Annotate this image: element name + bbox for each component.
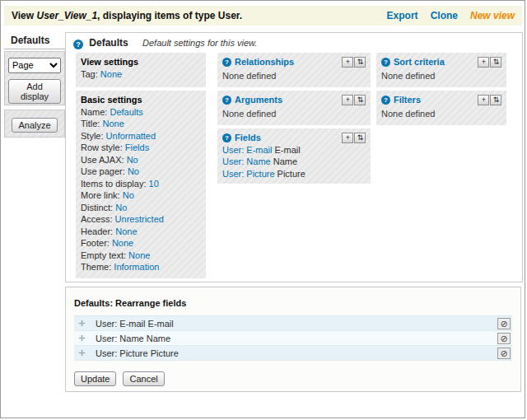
rearrange-relationships-button[interactable]: ⇅	[354, 57, 366, 68]
view-action-links: Export Clone New view	[387, 10, 515, 21]
view-summary-bar: View User_View_1, displaying items of ty…	[4, 6, 522, 26]
theme-setting-link[interactable]: Information	[114, 262, 159, 272]
use-ajax-setting-link[interactable]: No	[127, 155, 138, 165]
sort-criteria-empty-text: None defined	[381, 70, 501, 82]
remove-field-icon[interactable]: ⊘	[497, 333, 511, 344]
fields-box: ? Fields + ⇅ User: E-mailE-mail User: Na…	[217, 128, 371, 184]
rearrange-row-user-picture[interactable]: ✛ User: Picture Picture ⊘	[74, 346, 512, 361]
add-sort-button[interactable]: +	[478, 57, 489, 68]
rearrange-arguments-button[interactable]: ⇅	[354, 95, 366, 105]
filters-box: ? Filters + ⇅ None defined	[376, 91, 506, 125]
access-setting-link[interactable]: Unrestricted	[115, 214, 164, 224]
setting-row: Tag: None	[81, 68, 201, 81]
name-setting-link[interactable]: Defaults	[110, 107, 142, 117]
rearrange-row-user-name[interactable]: ✛ User: Name Name ⊘	[74, 331, 512, 346]
header-setting-link[interactable]: None	[115, 226, 137, 236]
export-link[interactable]: Export	[387, 10, 418, 21]
clone-link[interactable]: Clone	[431, 10, 458, 21]
add-display-button[interactable]: Add display	[8, 79, 61, 104]
setting-row: Access: Unrestricted	[81, 213, 201, 226]
display-settings-panel: ? Defaults Default settings for this vie…	[65, 32, 523, 282]
distinct-setting-link[interactable]: No	[115, 203, 127, 212]
arguments-box: ? Arguments + ⇅ None defined	[217, 91, 371, 125]
filters-empty-text: None defined	[381, 108, 501, 120]
setting-row: Footer: None	[81, 237, 201, 250]
field-item: User: NameName	[222, 156, 366, 168]
setting-row: More link: No	[81, 189, 201, 202]
basic-settings-box: Basic settings Name: Defaults Title: Non…	[76, 91, 206, 278]
title-setting-link[interactable]: None	[103, 119, 124, 128]
view-settings-title: View settings	[81, 56, 201, 68]
help-icon[interactable]: ?	[73, 40, 83, 49]
rearrange-fields-button[interactable]: ⇅	[354, 133, 366, 143]
new-view-link[interactable]: New view	[470, 10, 515, 21]
relationships-box: ? Relationships + ⇅ None defined	[217, 53, 371, 87]
display-title: Defaults	[89, 37, 128, 49]
setting-row: Title: None	[81, 118, 201, 130]
rearrange-sorts-button[interactable]: ⇅	[490, 57, 501, 68]
tag-setting-link[interactable]: None	[100, 69, 122, 79]
filters-link[interactable]: Filters	[394, 94, 474, 106]
sort-criteria-link[interactable]: Sort criteria	[394, 56, 474, 68]
setting-row: Distinct: No	[81, 202, 201, 214]
add-field-button[interactable]: +	[342, 133, 353, 143]
setting-row: Row style: Fields	[81, 142, 201, 154]
arguments-empty-text: None defined	[222, 108, 366, 120]
help-icon[interactable]: ?	[222, 133, 231, 142]
setting-row: Empty text: None	[81, 250, 201, 262]
add-relationship-button[interactable]: +	[342, 57, 353, 68]
drag-handle-icon[interactable]: ✛	[78, 334, 88, 343]
help-icon[interactable]: ?	[381, 58, 390, 67]
views-ui-page: View User_View_1, displaying items of ty…	[0, 0, 525, 418]
remove-field-icon[interactable]: ⊘	[497, 318, 511, 329]
help-icon[interactable]: ?	[222, 58, 231, 67]
add-display-box: Page Add display	[4, 51, 65, 105]
relationships-link[interactable]: Relationships	[235, 56, 338, 68]
sort-criteria-box: ? Sort criteria + ⇅ None defined	[376, 53, 506, 87]
footer-setting-link[interactable]: None	[112, 238, 133, 248]
setting-row: Use pager: No	[81, 166, 201, 178]
field-user-email-link[interactable]: User: E-mail	[222, 145, 273, 155]
setting-row: Items to display: 10	[81, 178, 201, 190]
field-item: User: E-mailE-mail	[222, 144, 366, 156]
style-setting-link[interactable]: Unformatted	[106, 131, 156, 141]
update-button[interactable]: Update	[74, 371, 116, 386]
help-icon[interactable]: ?	[222, 96, 231, 105]
rearrange-fields-table: ✛ User: E-mail E-mail ⊘ ✛ User: Name Nam…	[74, 315, 512, 361]
help-icon[interactable]: ?	[381, 96, 390, 105]
view-summary-prefix: View	[12, 10, 34, 21]
setting-row: Style: Unformatted	[81, 130, 201, 142]
rearrange-filters-button[interactable]: ⇅	[490, 95, 501, 105]
more-link-setting-link[interactable]: No	[123, 190, 134, 200]
fields-link[interactable]: Fields	[235, 132, 338, 144]
display-header: ? Defaults Default settings for this vie…	[66, 33, 522, 54]
arguments-link[interactable]: Arguments	[235, 94, 338, 106]
display-description: Default settings for this view.	[142, 38, 257, 48]
empty-text-setting-link[interactable]: None	[128, 250, 150, 260]
field-user-name-link[interactable]: User: Name	[222, 156, 271, 166]
tab-defaults[interactable]: Defaults	[4, 32, 65, 49]
add-argument-button[interactable]: +	[342, 95, 353, 105]
remove-field-icon[interactable]: ⊘	[497, 348, 511, 359]
field-user-picture-link[interactable]: User: Picture	[222, 169, 275, 179]
display-type-select[interactable]: Page	[8, 58, 61, 73]
setting-row: Use AJAX: No	[81, 154, 201, 166]
rearrange-actions: Update Cancel	[74, 371, 512, 386]
basic-settings-title: Basic settings	[81, 94, 201, 106]
view-summary-text: View User_View_1, displaying items of ty…	[12, 10, 387, 21]
view-summary-suffix: , displaying items of type User.	[97, 10, 242, 21]
use-pager-setting-link[interactable]: No	[128, 166, 139, 176]
analyze-button[interactable]: Analyze	[12, 118, 57, 133]
setting-row: Header: None	[81, 226, 201, 238]
rearrange-fields-panel: Defaults: Rearrange fields ✛ User: E-mai…	[65, 287, 521, 392]
drag-handle-icon[interactable]: ✛	[78, 319, 88, 328]
field-item: User: PicturePicture	[222, 168, 366, 180]
setting-row: Theme: Information	[81, 261, 201, 273]
drag-handle-icon[interactable]: ✛	[78, 348, 88, 357]
row-style-setting-link[interactable]: Fields	[125, 142, 149, 152]
rearrange-row-user-email[interactable]: ✛ User: E-mail E-mail ⊘	[74, 316, 512, 331]
cancel-button[interactable]: Cancel	[123, 371, 164, 386]
relationships-empty-text: None defined	[222, 70, 366, 82]
items-to-display-setting-link[interactable]: 10	[149, 179, 159, 189]
add-filter-button[interactable]: +	[478, 95, 489, 105]
